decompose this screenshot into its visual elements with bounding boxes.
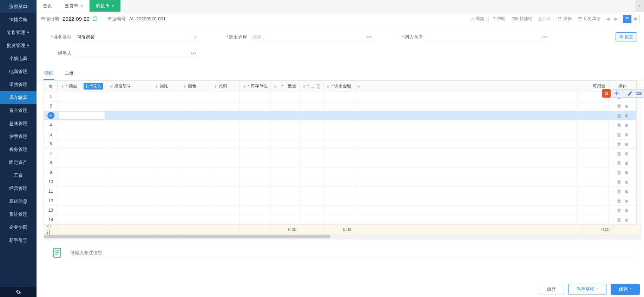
close-icon[interactable]: ×	[80, 4, 83, 8]
delete-row-icon[interactable]: 🗑	[617, 170, 621, 175]
col-spec[interactable]: ▲▼规格型号	[106, 81, 152, 92]
ime-keyboard-icon[interactable]: ⌨	[636, 91, 642, 96]
more-icon[interactable]: •••	[191, 51, 197, 56]
delete-row-icon[interactable]: 🗑	[617, 104, 621, 109]
sidebar-item-purchase[interactable]: 采购管理	[0, 78, 37, 91]
sidebar-item-search[interactable]: 搜索菜单	[0, 0, 37, 13]
in-warehouse-select[interactable]: •••	[426, 32, 549, 42]
sidebar-settings-button[interactable]	[0, 287, 37, 297]
insert-row-icon[interactable]: ⊕	[625, 132, 629, 137]
print-button[interactable]: ⎙打印	[536, 16, 554, 22]
col-color[interactable]: ▲▼颜色	[180, 81, 211, 92]
table-row[interactable]: 13🗑⊕	[44, 206, 637, 215]
prev-doc-button[interactable]: ◀	[604, 15, 612, 23]
insert-row-icon[interactable]: ⊕	[625, 198, 629, 204]
delete-row-icon[interactable]: 🗑	[617, 132, 621, 137]
ime-mic-icon[interactable]: 🎤	[627, 91, 633, 96]
ime-punct-icon[interactable]: °,	[622, 91, 625, 96]
table-row[interactable]: 4🗑⊕	[44, 120, 637, 130]
settings-button[interactable]: ⚙设置	[616, 32, 637, 41]
insert-row-icon[interactable]: ⊕	[625, 151, 629, 156]
view-list-button[interactable]: ☰	[623, 15, 631, 23]
table-row[interactable]: 7🗑⊕	[44, 149, 637, 158]
insert-row-icon[interactable]: ⊕	[625, 179, 629, 185]
remarks-input[interactable]	[69, 248, 634, 257]
horizontal-scrollbar[interactable]	[44, 235, 641, 239]
video-button[interactable]: ▷视频	[468, 16, 487, 22]
sidebar-item-wholesale[interactable]: 批发管理▼	[0, 39, 37, 52]
table-row[interactable]: 5🗑⊕	[44, 130, 637, 139]
tab-home[interactable]: 首页	[37, 0, 58, 12]
history-button[interactable]: ☲历史单据	[575, 16, 603, 22]
table-row[interactable]: +🗑⊕	[44, 111, 637, 120]
vertical-scrollbar[interactable]	[637, 80, 641, 225]
table-row[interactable]: 11🗑⊕	[44, 187, 637, 196]
view-grid-button[interactable]: ▤	[631, 15, 640, 23]
insert-row-icon[interactable]: ⊕	[625, 104, 629, 109]
handler-select[interactable]: •••	[75, 48, 198, 58]
sidebar-item-collab[interactable]: 企业协同	[0, 221, 37, 234]
insert-row-icon[interactable]: ⊕	[625, 189, 629, 194]
biz-type-select[interactable]: 同价调拨 ▽	[75, 32, 198, 42]
col-amount[interactable]: ▲▼*调出金额	[323, 81, 354, 92]
sidebar-item-system[interactable]: 系统管理	[0, 208, 37, 221]
sidebar-item-guide[interactable]: 新手引导	[0, 234, 37, 247]
table-row[interactable]: 8🗑⊕	[44, 158, 637, 168]
sidebar-item-quicknav[interactable]: 快捷导航	[0, 13, 37, 26]
sidebar-item-assets[interactable]: 固定资产	[0, 156, 37, 169]
delete-row-icon[interactable]: 🗑	[617, 189, 621, 194]
sidebar-item-invoice[interactable]: 发票管理	[0, 130, 37, 143]
tab-requisition[interactable]: 要货单×	[58, 0, 90, 12]
help-icon[interactable]: ?	[317, 84, 320, 89]
delete-row-icon[interactable]: 🗑	[617, 160, 621, 166]
table-row[interactable]: 2🗑⊕	[44, 101, 637, 111]
col-size[interactable]: ▲▼尺码	[211, 81, 240, 92]
help-button[interactable]: ?帮助	[490, 16, 508, 22]
sidebar-item-xiaochang[interactable]: 小畅电商	[0, 52, 37, 65]
column-config-button[interactable]: ⚙	[44, 81, 58, 92]
col-extra[interactable]: ▲▼*...?	[300, 81, 323, 92]
delete-row-icon[interactable]: 🗑	[617, 151, 621, 156]
sidebar-item-ledger[interactable]: 总账管理	[0, 117, 37, 130]
doc-date-value[interactable]: 2022-09-20	[63, 16, 90, 22]
product-cell-input[interactable]	[59, 112, 105, 119]
delete-row-icon[interactable]: 🗑	[617, 198, 621, 204]
col-attr[interactable]: ▲▼属性	[152, 81, 180, 92]
insert-row-icon[interactable]: ⊕	[625, 170, 629, 175]
save-button[interactable]: 保存˄	[611, 284, 640, 295]
subtab-2d[interactable]: 二维	[64, 67, 74, 80]
sidebar-item-ecommerce[interactable]: 电商管理	[0, 65, 37, 78]
table-row[interactable]: 10🗑⊕	[44, 177, 637, 187]
delete-row-icon[interactable]: 🗑	[617, 208, 621, 213]
scan-input-button[interactable]: 扫码录入	[84, 83, 103, 90]
insert-row-icon[interactable]: ⊕	[625, 208, 629, 213]
sidebar-item-funds[interactable]: 资金管理	[0, 104, 37, 117]
next-doc-button[interactable]: ▶	[612, 15, 620, 23]
table-row[interactable]: 14🗑⊕	[44, 215, 637, 225]
insert-row-icon[interactable]: ⊕	[625, 160, 629, 166]
subtab-detail[interactable]: 明细	[44, 67, 54, 80]
delete-row-icon[interactable]: 🗑	[617, 141, 621, 147]
add-row-button[interactable]: +	[47, 112, 54, 119]
more-icon[interactable]: •••	[366, 34, 372, 40]
delete-row-icon[interactable]: 🗑	[617, 217, 621, 223]
sidebar-item-retail[interactable]: 零售管理▼	[0, 26, 37, 39]
more-icon[interactable]: •••	[542, 34, 548, 40]
insert-row-icon[interactable]: ⊕	[625, 123, 629, 128]
ime-lang[interactable]: 中	[615, 90, 619, 97]
insert-row-icon[interactable]: ⊕	[625, 141, 629, 147]
close-icon[interactable]: ×	[112, 4, 114, 8]
delete-row-icon[interactable]: 🗑	[617, 123, 621, 128]
col-product[interactable]: ▲▼*商品扫码录入	[58, 81, 106, 92]
shortcut-button[interactable]: ⌨快捷键	[509, 16, 535, 22]
sidebar-item-inventory[interactable]: 库存核算	[0, 91, 37, 104]
delete-row-icon[interactable]: 🗑	[617, 113, 621, 118]
delete-row-icon[interactable]: 🗑	[617, 179, 621, 185]
col-unit[interactable]: ▲▼*库存单位	[240, 81, 271, 92]
sidebar-item-business[interactable]: 经营管理	[0, 182, 37, 195]
out-warehouse-select[interactable]: 选择... •••	[251, 32, 374, 42]
col-qty[interactable]: ▲▼*数量	[271, 81, 300, 92]
table-row[interactable]: 9🗑⊕	[44, 168, 637, 177]
table-row[interactable]: 12🗑⊕	[44, 196, 637, 206]
save-draft-button[interactable]: 保存草稿˄	[568, 284, 606, 295]
